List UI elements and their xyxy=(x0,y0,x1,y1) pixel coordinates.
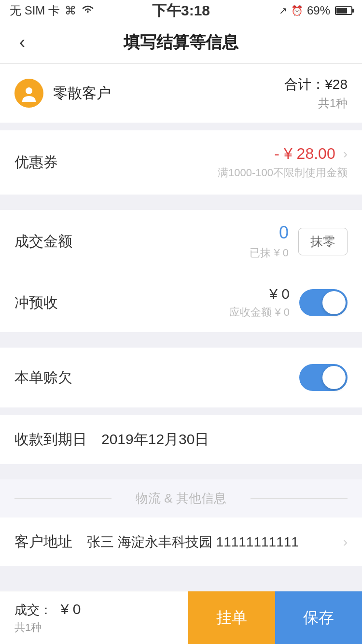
debt-section: 本单赊欠 xyxy=(0,348,362,407)
battery-percent: 69% xyxy=(307,4,330,17)
wifi-icon: ⌘ xyxy=(65,4,76,17)
amount-section: 成交金额 0 已抹 ¥ 0 抹零 冲预收 ¥ 0 应收金额 ¥ 0 xyxy=(0,210,362,332)
status-right: ↗ ⏰ 69% xyxy=(279,4,352,17)
nav-bar: ‹ 填写结算等信息 xyxy=(0,21,362,64)
wifi-signal xyxy=(81,4,95,17)
bottom-count: 共1种 xyxy=(14,620,174,635)
bottom-bar: 成交： ¥ 0 共1种 挂单 保存 xyxy=(0,591,362,644)
coupon-label: 优惠券 xyxy=(14,153,58,172)
amount-sub: 已抹 ¥ 0 xyxy=(250,246,289,260)
toggle-knob xyxy=(322,291,346,314)
prepayment-toggle[interactable] xyxy=(299,289,348,316)
bottom-info: 成交： ¥ 0 共1种 xyxy=(0,601,188,635)
round-button[interactable]: 抹零 xyxy=(298,228,348,255)
coupon-right: - ¥ 28.00 › 满1000-100不限制使用金额 xyxy=(218,145,348,180)
address-label: 客户地址 xyxy=(14,532,72,552)
customer-section: 零散客户 合计：¥28 共1种 xyxy=(0,64,362,123)
logistics-divider: 物流 & 其他信息 xyxy=(0,479,362,518)
transaction-amount-row: 成交金额 0 已抹 ¥ 0 抹零 xyxy=(14,210,348,273)
prepayment-label: 冲预收 xyxy=(14,293,58,313)
logistics-label: 物流 & 其他信息 xyxy=(136,490,226,507)
transaction-label: 成交金额 xyxy=(14,232,72,252)
total-amount: 合计：¥28 xyxy=(284,75,348,94)
amount-input-area: 0 已抹 ¥ 0 抹零 xyxy=(250,223,348,260)
status-time: 下午3:18 xyxy=(152,1,210,21)
duedate-value[interactable]: 2019年12月30日 xyxy=(101,430,209,449)
back-button[interactable]: ‹ xyxy=(14,28,30,57)
coupon-section[interactable]: 优惠券 - ¥ 28.00 › 满1000-100不限制使用金额 xyxy=(0,130,362,195)
total-count: 共1种 xyxy=(284,96,348,111)
hold-button[interactable]: 挂单 xyxy=(188,591,275,644)
page-title: 填写结算等信息 xyxy=(124,31,238,54)
prepayment-row: 冲预收 ¥ 0 应收金额 ¥ 0 xyxy=(14,273,348,332)
debt-row: 本单赊欠 xyxy=(14,348,348,407)
battery-icon xyxy=(335,6,352,15)
debt-toggle[interactable] xyxy=(299,364,348,391)
duedate-section: 收款到期日 2019年12月30日 xyxy=(0,415,362,464)
divider-1 xyxy=(0,202,362,210)
address-chevron-icon: › xyxy=(343,534,348,550)
address-section[interactable]: 客户地址 张三 海淀永丰科技园 11111111111 › xyxy=(0,518,362,566)
divider-line-right xyxy=(251,498,348,499)
svg-point-0 xyxy=(26,87,32,94)
prepayment-sub: 应收金额 ¥ 0 xyxy=(229,305,290,320)
debt-label: 本单赊欠 xyxy=(14,368,72,388)
customer-left: 零散客户 xyxy=(14,79,111,108)
bottom-deal-amount: ¥ 0 xyxy=(61,601,81,617)
save-button[interactable]: 保存 xyxy=(275,591,362,644)
duedate-row: 收款到期日 2019年12月30日 xyxy=(14,430,348,449)
debt-toggle-knob xyxy=(322,366,346,389)
status-bar: 无 SIM 卡 ⌘ 下午3:18 ↗ ⏰ 69% xyxy=(0,0,362,21)
address-value: 张三 海淀永丰科技园 11111111111 xyxy=(87,533,339,551)
customer-row: 零散客户 合计：¥28 共1种 xyxy=(0,64,362,123)
amount-value[interactable]: 0 xyxy=(250,223,289,243)
location-icon: ↗ xyxy=(279,5,287,16)
bottom-deal-row: 成交： ¥ 0 xyxy=(14,601,174,618)
status-left: 无 SIM 卡 ⌘ xyxy=(10,3,95,18)
divider-line-left xyxy=(14,498,111,499)
prepayment-right: ¥ 0 应收金额 ¥ 0 xyxy=(229,286,348,320)
coupon-row[interactable]: 优惠券 - ¥ 28.00 › 满1000-100不限制使用金额 xyxy=(0,130,362,195)
bottom-deal-label: 成交： xyxy=(14,602,52,617)
divider-3 xyxy=(0,464,362,472)
avatar xyxy=(14,79,43,108)
coupon-desc: 满1000-100不限制使用金额 xyxy=(218,166,348,180)
customer-name: 零散客户 xyxy=(53,84,111,103)
duedate-label: 收款到期日 xyxy=(14,430,87,449)
coupon-discount: - ¥ 28.00 xyxy=(274,145,335,163)
divider-2 xyxy=(0,340,362,348)
alarm-icon: ⏰ xyxy=(291,5,303,16)
content: 零散客户 合计：¥28 共1种 优惠券 - ¥ 28.00 › 满1000-10… xyxy=(0,64,362,632)
prepayment-amount: ¥ 0 xyxy=(229,286,290,302)
carrier-label: 无 SIM 卡 xyxy=(10,3,60,18)
customer-right: 合计：¥28 共1种 xyxy=(284,75,348,111)
chevron-right-icon: › xyxy=(343,146,348,162)
